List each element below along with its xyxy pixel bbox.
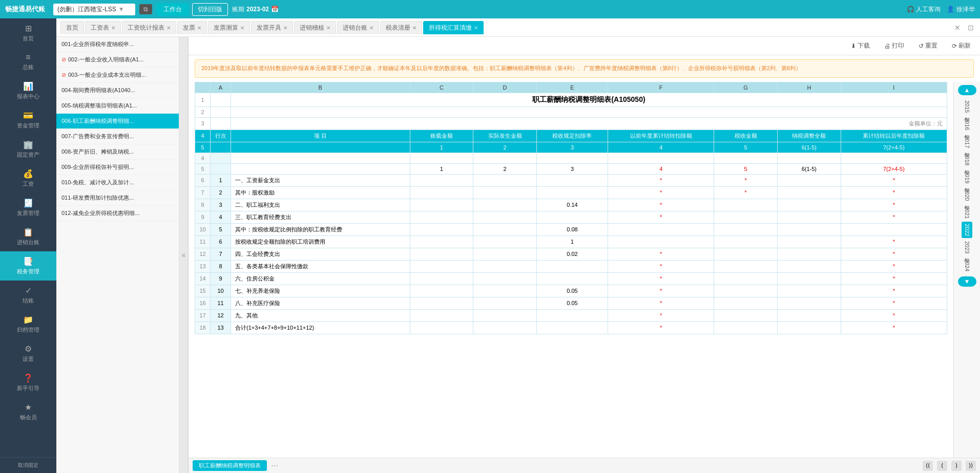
workspace-button[interactable]: 工作台 [156,3,189,16]
tab-payroll[interactable]: 工资表 ✕ [85,21,121,34]
table-row[interactable]: 138五、各类基本社会保障性缴款** [195,260,947,272]
tab-home[interactable]: 首页 [60,21,84,34]
unpin-button[interactable]: 取消固定 [4,462,52,469]
copy-icon-btn[interactable]: ⧉ [139,4,152,14]
sidebar-item-purchase-sales[interactable]: 📋 进销台账 [0,222,56,251]
tab-tax-register[interactable]: 税表清册 ✕ [380,21,422,34]
year-nav-item[interactable]: 2017年 [962,134,972,150]
sheet-tab[interactable]: 职工薪酬纳税调整明细表 [193,460,267,471]
table-row[interactable]: 61一、工资薪金支出*** [195,174,947,186]
tab-purchase-ledger[interactable]: 进销台账 ✕ [337,21,379,34]
tab-annual-tax-close[interactable]: ✕ [474,25,478,31]
tab-tax-register-close[interactable]: ✕ [412,25,416,31]
tab-audit-close[interactable]: ✕ [326,25,330,31]
sidebar-item-archive[interactable]: 📁 归档管理 [0,310,56,339]
payroll-icon: 💰 [23,169,33,179]
sidebar-item-guide[interactable]: ❓ 新手引导 [0,368,56,397]
list-item-012[interactable]: 012-减免企业所得税优惠明细... [56,206,179,221]
list-item-004[interactable]: 004-期间费用明细表(A1040... [56,83,179,98]
user-avatar-icon: 👤 [947,6,954,13]
table-row[interactable]: 149六、住房公积金** [195,272,947,285]
table-row[interactable]: 105其中：按税收规定比例扣除的职工教育经费0.08 [195,223,947,235]
tab-payroll-stats[interactable]: 工资统计报表 ✕ [122,21,176,34]
toggle-old-version-button[interactable]: 切到旧版 [192,3,228,16]
sidebar-item-tax[interactable]: 📑 税务管理 [0,251,56,281]
sidebar-item-assets[interactable]: 🏢 固定资产 [0,135,56,164]
tab-annual-tax[interactable]: 所得税汇算清缴 ✕ [423,21,484,34]
year-nav-item[interactable]: 2021年 [962,204,972,221]
year-nav-up[interactable]: ▲ [958,85,976,95]
tab-audit[interactable]: 进销稽核 ✕ [294,21,336,34]
year-nav-item[interactable]: 2020年 [962,186,972,203]
refresh-button[interactable]: ⟳ 刷新 [949,40,974,52]
reset-button[interactable]: ↺ 重置 [915,40,941,52]
table-row[interactable]: 1813合计(1+3+4+7+8+9+10+11+12)** [195,321,947,334]
maximize-tab-button[interactable]: ⊡ [966,23,976,33]
tab-invoice-close[interactable]: ✕ [197,25,201,31]
sidebar-item-settings[interactable]: ⚙ 设置 [0,339,56,368]
scroll-right[interactable]: ⟩ [951,461,962,471]
list-item-010[interactable]: 010-免税、减计收入及加计... [56,175,179,190]
year-nav-item[interactable]: 2016年 [962,116,972,132]
sidebar-item-reports[interactable]: 📊 报表中心 [0,76,56,105]
tab-payroll-stats-close[interactable]: ✕ [166,25,171,31]
table-row[interactable]: 83二、职工福利支出0.14** [195,199,947,211]
table-row[interactable]: 1510七、补充养老保险0.05** [195,285,947,297]
year-nav-item[interactable]: 2022年 [962,222,972,238]
sidebar-item-member[interactable]: ★ 畅会员 [0,397,56,426]
tab-payroll-stats-label: 工资统计报表 [128,24,164,32]
header-c1: 账载金额 [410,130,473,142]
tab-invoice-calc-close[interactable]: ✕ [240,25,244,31]
table-row[interactable]: 127四、工会经费支出0.02** [195,248,947,260]
tab-invoice[interactable]: 发票 ✕ [177,21,207,34]
table-row[interactable]: 1712九、其他** [195,309,947,321]
tab-invoice-calc[interactable]: 发票测算 ✕ [208,21,250,34]
tab-purchase-ledger-close[interactable]: ✕ [369,25,373,31]
table-row[interactable]: 5123456(1-5)7(2+4-5) [195,163,947,174]
tab-invoice-open-close[interactable]: ✕ [283,25,287,31]
sidebar-item-ledger[interactable]: ≡ 总账 [0,48,56,76]
scroll-right-end[interactable]: ⟩⟩ [966,461,976,471]
tab-payroll-close[interactable]: ✕ [111,25,115,31]
tab-invoice-open[interactable]: 发票开具 ✕ [251,21,293,34]
tab-home-label: 首页 [66,24,78,32]
company-selector[interactable]: (勿删）江西赣宝-LSS ▼ [53,4,135,15]
panel-collapse-handle[interactable]: « [179,37,189,473]
list-item-002[interactable]: ⊘ 002-一般企业收入明细表(A1... [56,52,179,68]
year-nav-item[interactable]: 2024年 [962,257,972,273]
sidebar-item-close[interactable]: ✓ 结账 [0,281,56,310]
list-item-007[interactable]: 007-广告费和业务宣传费明... [56,129,179,144]
table-row[interactable]: 94三、职工教育经费支出** [195,211,947,223]
year-nav-item[interactable]: 2018年 [962,151,972,167]
sidebar-item-invoice[interactable]: 🧾 发票管理 [0,193,56,222]
sidebar-item-home[interactable]: ⊞ 首页 [0,18,56,48]
table-row[interactable]: 72 其中：股权激励*** [195,186,947,199]
year-nav-item[interactable]: 2015年 [962,98,972,115]
list-item-005[interactable]: 005-纳税调整项目明细表(A1... [56,98,179,114]
sheet-dots-icon[interactable]: ⋯ [271,462,278,470]
year-nav-down[interactable]: ▼ [958,276,976,287]
list-item-008[interactable]: 008-资产折旧、摊销及纳税... [56,144,179,160]
col-header-I: I [841,82,947,93]
table-row[interactable]: 116按税收规定全额扣除的职工培训费用1* [195,235,947,248]
list-item-006[interactable]: 006-职工薪酬纳税调整明细... [56,114,179,129]
year-nav-item[interactable]: 2023年 [962,239,972,255]
period-calendar-icon[interactable]: 📅 [271,6,279,13]
scroll-left-start[interactable]: ⟨⟨ [923,461,933,471]
sidebar-item-funds[interactable]: 💳 资金管理 [0,105,56,135]
list-item-009[interactable]: 009-企业所得税弥补亏损明... [56,160,179,175]
list-item-003[interactable]: ⊘ 003-一般企业业成本支出明细... [56,68,179,83]
list-item-001[interactable]: 001-企业所得税年度纳税申... [56,37,179,52]
table-row[interactable]: 4 [195,153,947,163]
table-row[interactable]: 1611八、补充医疗保险0.05** [195,297,947,309]
scroll-left[interactable]: ⟨ [937,461,947,471]
year-nav-item[interactable]: 2019年 [962,169,972,185]
human-service-btn[interactable]: 🎧 人工客询 [907,5,941,14]
close-tab-button[interactable]: ✕ [952,23,963,33]
header-c2: 实际发生金额 [473,130,537,142]
list-item-011[interactable]: 011-研发费用加计扣除优惠... [56,190,179,206]
sidebar-item-payroll[interactable]: 💰 工资 [0,164,56,193]
year-nav: ▲ 2015年2016年2017年2018年2019年2020年2021年202… [953,82,980,458]
download-button[interactable]: ⬇ 下载 [848,40,873,52]
print-button[interactable]: 🖨 打印 [881,40,907,52]
